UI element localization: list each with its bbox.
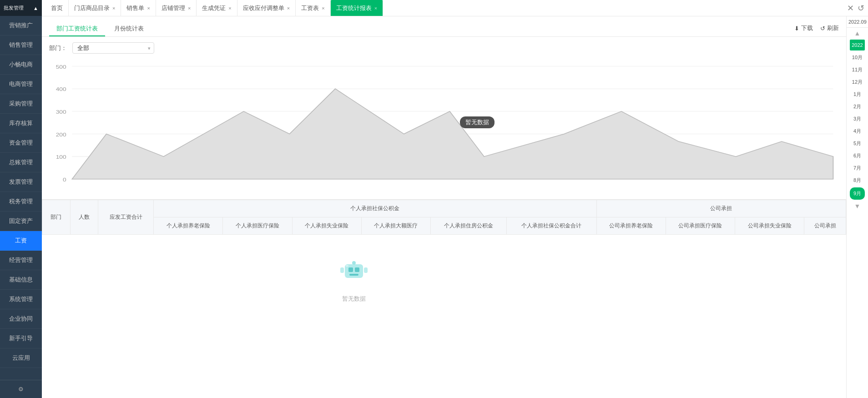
sidebar-item-基础信息[interactable]: 基础信息 bbox=[0, 270, 42, 290]
sub-tab-月份统计表[interactable]: 月份统计表 bbox=[107, 22, 151, 36]
time-item-1月[interactable]: 1月 bbox=[848, 88, 866, 101]
chart-section: 500 400 300 200 100 0 bbox=[42, 59, 846, 199]
time-current[interactable]: 2022.09 bbox=[847, 16, 868, 28]
filter-bar: 部门： 全部 bbox=[42, 37, 846, 59]
chart-container: 500 400 300 200 100 0 bbox=[49, 59, 839, 196]
sidebar-footer[interactable]: ⚙ bbox=[0, 380, 42, 398]
sidebar-item-云应用[interactable]: 云应用 bbox=[0, 348, 42, 368]
sub-tabs: 部门工资统计表月份统计表 ⬇ 下载 ↺ 刷新 bbox=[42, 16, 846, 37]
sidebar-item-新手引导[interactable]: 新手引导 bbox=[0, 329, 42, 348]
sidebar-title: 批发管理 bbox=[4, 5, 24, 11]
sidebar-header[interactable]: 批发管理 ▲ bbox=[0, 0, 42, 16]
tab-close-icon[interactable]: × bbox=[287, 5, 290, 11]
sidebar-item-小畅电商[interactable]: 小畅电商 bbox=[0, 55, 42, 75]
table-section[interactable]: 部门 人数 应发工资合计 个人承担社保公积金 公司承担 个人承担养老保险 个人承… bbox=[42, 199, 846, 398]
tab-close-icon[interactable]: × bbox=[188, 5, 191, 11]
tab-close-icon[interactable]: × bbox=[228, 5, 231, 11]
sub-tabs-actions: ⬇ 下载 ↺ 刷新 bbox=[794, 24, 839, 34]
time-item-2月[interactable]: 2月 bbox=[848, 101, 866, 113]
tab-close-icon[interactable]: × bbox=[322, 5, 324, 11]
tab-门店商品目录[interactable]: 门店商品目录× bbox=[69, 0, 121, 16]
empty-icon bbox=[336, 253, 372, 289]
col-personal-pension: 个人承担养老保险 bbox=[154, 217, 223, 235]
tab-close-icon[interactable]: × bbox=[147, 5, 150, 11]
tab-应收应付调整单[interactable]: 应收应付调整单× bbox=[237, 0, 296, 16]
sidebar-collapse-icon: ▲ bbox=[33, 5, 38, 11]
col-company-group: 公司承担 bbox=[596, 200, 846, 217]
main-area: 首页门店商品目录×销售单×店铺管理×生成凭证×应收应付调整单×工资表×工资统计报… bbox=[42, 0, 868, 398]
tabs-container: 首页门店商品目录×销售单×店铺管理×生成凭证×应收应付调整单×工资表×工资统计报… bbox=[45, 0, 383, 16]
time-item-12月[interactable]: 12月 bbox=[848, 76, 866, 88]
sidebar-item-采购管理[interactable]: 采购管理 bbox=[0, 94, 42, 114]
close-all-icon[interactable]: ✕ bbox=[847, 3, 854, 13]
sidebar-item-营销推广[interactable]: 营销推广 bbox=[0, 16, 42, 35]
time-nav-down[interactable]: ▼ bbox=[853, 201, 863, 212]
svg-text:0: 0 bbox=[63, 177, 66, 183]
time-item-10月[interactable]: 10月 bbox=[848, 51, 866, 64]
tab-店铺管理[interactable]: 店铺管理× bbox=[156, 0, 197, 16]
settings-icon: ⚙ bbox=[18, 386, 24, 393]
sidebar-item-库存核算[interactable]: 库存核算 bbox=[0, 114, 42, 133]
sidebar-item-电商管理[interactable]: 电商管理 bbox=[0, 75, 42, 94]
download-icon: ⬇ bbox=[794, 25, 799, 32]
sidebar-item-固定资产[interactable]: 固定资产 bbox=[0, 212, 42, 231]
sidebar-item-资金管理[interactable]: 资金管理 bbox=[0, 133, 42, 153]
time-items-container: 202210月11月12月1月2月3月4月5月6月7月8月9月 bbox=[848, 39, 866, 201]
col-company-pension: 公司承担养老保险 bbox=[596, 217, 666, 235]
svg-rect-14 bbox=[348, 267, 353, 272]
sidebar-item-工资[interactable]: 工资 bbox=[0, 231, 42, 251]
time-item-9月[interactable]: 9月 bbox=[850, 187, 864, 200]
time-item-2022[interactable]: 2022 bbox=[850, 40, 864, 50]
department-select[interactable]: 全部 bbox=[72, 42, 154, 54]
sub-tab-部门工资统计表[interactable]: 部门工资统计表 bbox=[49, 22, 105, 36]
download-button[interactable]: ⬇ 下载 bbox=[794, 24, 813, 32]
sidebar: 批发管理 ▲ 营销推广销售管理小畅电商电商管理采购管理库存核算资金管理总账管理发… bbox=[0, 0, 42, 398]
tab-close-icon[interactable]: × bbox=[112, 5, 115, 11]
col-personal-group: 个人承担社保公积金 bbox=[154, 200, 596, 217]
time-item-4月[interactable]: 4月 bbox=[848, 125, 866, 137]
refresh-label: 刷新 bbox=[827, 24, 839, 32]
sidebar-item-税务管理[interactable]: 税务管理 bbox=[0, 192, 42, 212]
svg-rect-19 bbox=[364, 267, 368, 273]
col-department: 部门 bbox=[42, 200, 71, 235]
sidebar-item-经营管理[interactable]: 经营管理 bbox=[0, 251, 42, 270]
sidebar-item-发票管理[interactable]: 发票管理 bbox=[0, 172, 42, 192]
col-count: 人数 bbox=[70, 200, 98, 235]
svg-rect-16 bbox=[349, 274, 358, 276]
col-total-salary: 应发工资合计 bbox=[98, 200, 154, 235]
col-personal-large-medical: 个人承担大额医疗 bbox=[361, 217, 430, 235]
svg-rect-18 bbox=[340, 267, 344, 273]
sidebar-item-系统管理[interactable]: 系统管理 bbox=[0, 290, 42, 309]
empty-text: 暂无数据 bbox=[342, 295, 366, 303]
sidebar-item-企业协同[interactable]: 企业协同 bbox=[0, 309, 42, 329]
refresh-tabs-icon[interactable]: ↺ bbox=[858, 3, 864, 13]
time-item-7月[interactable]: 7月 bbox=[848, 162, 866, 174]
svg-rect-20 bbox=[346, 265, 348, 267]
time-item-3月[interactable]: 3月 bbox=[848, 113, 866, 125]
page-content: 部门工资统计表月份统计表 ⬇ 下载 ↺ 刷新 部门： 全 bbox=[42, 16, 846, 398]
tab-close-icon[interactable]: × bbox=[374, 5, 377, 11]
col-personal-medical: 个人承担医疗保险 bbox=[223, 217, 292, 235]
tab-工资表[interactable]: 工资表× bbox=[296, 0, 330, 16]
sidebar-item-销售管理[interactable]: 销售管理 bbox=[0, 35, 42, 55]
col-company-unemployment: 公司承担失业保险 bbox=[735, 217, 804, 235]
sidebar-item-总账管理[interactable]: 总账管理 bbox=[0, 153, 42, 172]
tab-工资统计报表[interactable]: 工资统计报表× bbox=[331, 0, 383, 16]
time-item-11月[interactable]: 11月 bbox=[848, 64, 866, 76]
time-item-5月[interactable]: 5月 bbox=[848, 137, 866, 150]
time-item-8月[interactable]: 8月 bbox=[848, 174, 866, 186]
svg-rect-17 bbox=[352, 261, 356, 265]
col-personal-unemployment: 个人承担失业保险 bbox=[292, 217, 361, 235]
tab-bar-actions: ✕ ↺ bbox=[847, 3, 864, 13]
tab-bar: 首页门店商品目录×销售单×店铺管理×生成凭证×应收应付调整单×工资表×工资统计报… bbox=[42, 0, 868, 16]
tab-销售单[interactable]: 销售单× bbox=[121, 0, 156, 16]
col-company-medical: 公司承担医疗保险 bbox=[666, 217, 735, 235]
tab-首页[interactable]: 首页 bbox=[45, 0, 69, 16]
sidebar-items: 营销推广销售管理小畅电商电商管理采购管理库存核算资金管理总账管理发票管理税务管理… bbox=[0, 16, 42, 368]
department-select-wrapper[interactable]: 全部 bbox=[72, 42, 154, 54]
svg-text:300: 300 bbox=[56, 109, 66, 115]
time-nav-up[interactable]: ▲ bbox=[853, 28, 863, 39]
time-item-6月[interactable]: 6月 bbox=[848, 150, 866, 162]
tab-生成凭证[interactable]: 生成凭证× bbox=[197, 0, 237, 16]
refresh-button[interactable]: ↺ 刷新 bbox=[820, 24, 839, 32]
